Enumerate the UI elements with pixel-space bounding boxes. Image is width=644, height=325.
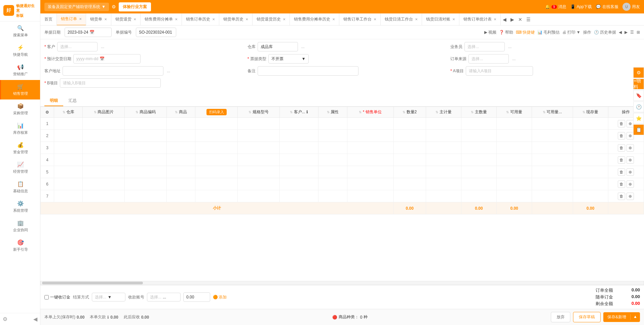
order-no-input[interactable]: SO-20230324-001: [136, 28, 176, 37]
cell-customer[interactable]: [279, 166, 318, 178]
cell-code[interactable]: [125, 190, 167, 202]
help-button[interactable]: ❓ 帮助: [499, 30, 513, 35]
cell-main-qty[interactable]: [461, 178, 497, 190]
nav-next-button[interactable]: ▶: [624, 30, 628, 35]
cell-avail-qty2[interactable]: [532, 118, 573, 130]
cell-main-unit[interactable]: [426, 190, 461, 202]
tabs-menu-button[interactable]: ☰: [524, 13, 533, 26]
save-draft-button[interactable]: 保存草稿: [573, 312, 601, 322]
cell-customer[interactable]: [279, 130, 318, 142]
cell-main-unit[interactable]: [426, 166, 461, 178]
cell-stock-qty[interactable]: [573, 166, 608, 178]
payment-checkbox[interactable]: 一键收订金: [44, 294, 70, 300]
delete-row-button[interactable]: 🗑: [618, 156, 625, 164]
address-input[interactable]: [63, 66, 163, 76]
sidebar-item-sales[interactable]: 🛒 销售管理: [0, 80, 40, 99]
cell-code[interactable]: [125, 178, 167, 190]
cell-stock-qty[interactable]: [573, 190, 608, 202]
cell-avail-qty[interactable]: [497, 166, 532, 178]
salesperson-input[interactable]: 选择...: [464, 42, 505, 51]
copy-row-button[interactable]: ⊕: [627, 156, 634, 164]
side-star-button[interactable]: ⭐: [633, 113, 644, 124]
sidebar-item-inventory[interactable]: 📊 库存核算: [0, 119, 40, 138]
tab-close-icon[interactable]: ✕: [283, 17, 286, 21]
cell-image[interactable]: [83, 166, 125, 178]
cell-stock-qty[interactable]: [573, 118, 608, 130]
sidebar-item-guide[interactable]: 🎯 新手引导: [0, 236, 40, 255]
sidebar-item-system[interactable]: ⚙️ 系统管理: [0, 197, 40, 216]
tab-close-icon[interactable]: ✕: [212, 17, 215, 21]
tab-sales-expense[interactable]: 销售费用分摊单 ✕: [141, 13, 182, 26]
side-settings-button[interactable]: ⚙: [633, 67, 644, 78]
cell-main-unit[interactable]: [426, 154, 461, 166]
delete-row-button[interactable]: 🗑: [618, 180, 625, 188]
notes-input[interactable]: [258, 66, 358, 76]
cell-attr[interactable]: [318, 154, 347, 166]
cell-image[interactable]: [83, 154, 125, 166]
expected-date-input[interactable]: yyyy-mm-dd 📅: [73, 54, 141, 64]
print-button[interactable]: 🖨 打印 ▼: [562, 30, 580, 35]
cell-avail-qty[interactable]: [497, 118, 532, 130]
cell-stock-qty[interactable]: [573, 178, 608, 190]
tabs-prev-button[interactable]: ◀: [501, 13, 508, 26]
customer-input[interactable]: 选择...: [57, 42, 98, 51]
cell-qty2[interactable]: [393, 130, 426, 142]
cell-warehouse[interactable]: [54, 130, 83, 142]
col-spec[interactable]: ⇅ 规格型号: [238, 107, 280, 118]
cell-main-qty[interactable]: [461, 142, 497, 154]
cell-avail-qty2[interactable]: [532, 166, 573, 178]
sidebar-item-purchase[interactable]: 📦 采购管理: [0, 99, 40, 119]
warehouse-input[interactable]: 成品库: [258, 42, 298, 51]
save-new-dropdown-icon[interactable]: ▲: [630, 314, 640, 320]
discard-button[interactable]: 放弃: [551, 312, 570, 322]
delete-row-button[interactable]: 🗑: [618, 132, 625, 139]
cell-avail-qty2[interactable]: [532, 130, 573, 142]
tab-close-icon[interactable]: ✕: [332, 17, 335, 21]
tab-summary[interactable]: 汇总: [63, 96, 82, 106]
cell-warehouse[interactable]: [54, 190, 83, 202]
cell-unit[interactable]: [347, 178, 393, 190]
settings-bottom-icon[interactable]: ⚙: [3, 316, 7, 322]
tab-order-stats[interactable]: 销售订单统计表 ✕: [459, 13, 501, 26]
address-more-button[interactable]: ...: [167, 69, 170, 73]
cell-qty2[interactable]: [393, 166, 426, 178]
cell-product[interactable]: [166, 166, 195, 178]
cell-main-qty[interactable]: [461, 190, 497, 202]
cell-product[interactable]: [166, 118, 195, 130]
cell-code[interactable]: [125, 154, 167, 166]
cell-avail-qty[interactable]: [497, 154, 532, 166]
payment-method-select[interactable]: 选择... ▼: [92, 293, 125, 301]
payment-amount-input[interactable]: 0.00: [183, 292, 210, 302]
add-payment-button[interactable]: 🟠 添加: [213, 294, 227, 300]
side-bookmark-button[interactable]: 🔖: [633, 90, 644, 101]
col-avail-qty[interactable]: ⇅ 可用量: [497, 107, 532, 118]
tab-detail[interactable]: 明细: [44, 96, 63, 106]
view-button[interactable]: ▶ 视频: [484, 30, 496, 35]
cell-scan[interactable]: [195, 178, 238, 190]
tab-close-icon[interactable]: ✕: [374, 17, 376, 21]
profit-button[interactable]: 📊 毛利预估: [537, 30, 560, 35]
scan-button[interactable]: 扫码录入: [206, 109, 227, 115]
side-add-material-button[interactable]: +物料: [633, 79, 644, 89]
a-project-input[interactable]: 请输入A项目: [466, 66, 533, 76]
cell-avail-qty2[interactable]: [532, 154, 573, 166]
history-button[interactable]: 🕐 历史单据: [594, 30, 616, 35]
col-main-qty[interactable]: ⇅ 主数量: [461, 107, 497, 118]
cell-customer[interactable]: [279, 154, 318, 166]
cell-warehouse[interactable]: [54, 178, 83, 190]
cell-attr[interactable]: [318, 190, 347, 202]
cell-image[interactable]: [83, 130, 125, 142]
cell-avail-qty2[interactable]: [532, 178, 573, 190]
cell-avail-qty[interactable]: [497, 142, 532, 154]
cell-spec[interactable]: [238, 142, 280, 154]
cell-unit[interactable]: [347, 166, 393, 178]
cell-image[interactable]: [83, 190, 125, 202]
tab-order-history[interactable]: 销售订单历史 ✕: [182, 13, 219, 26]
customer-more-button[interactable]: ...: [101, 44, 104, 49]
cell-qty2[interactable]: [393, 118, 426, 130]
cell-avail-qty[interactable]: [497, 130, 532, 142]
online-service-button[interactable]: 💬 在线客服: [596, 4, 618, 10]
account-select[interactable]: 选择... ...: [147, 293, 181, 301]
col-attr[interactable]: ⇅ 属性: [318, 107, 347, 118]
col-customer[interactable]: ⇅ 客户... ℹ: [279, 107, 318, 118]
